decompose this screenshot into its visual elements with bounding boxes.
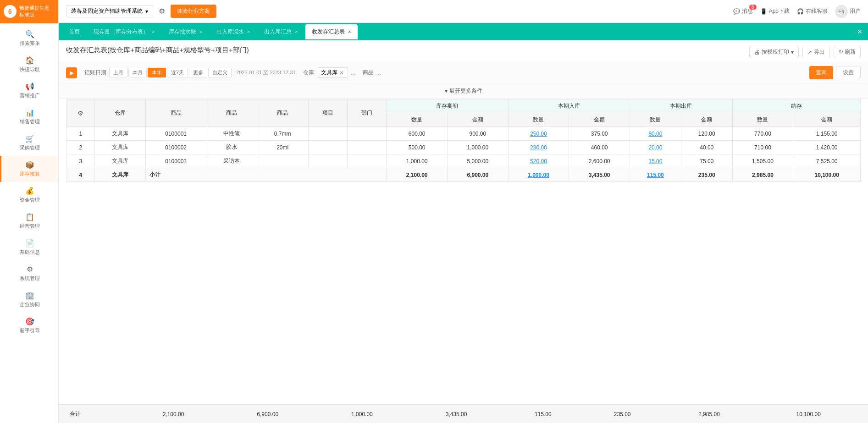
tab-batch-ledger[interactable]: 库存批次账✕	[162, 24, 209, 39]
th-settings[interactable]: ⚙	[66, 99, 95, 127]
cell-in-qty[interactable]: 1,000.00	[508, 168, 569, 182]
inventory-icon: 📦	[25, 160, 34, 169]
refresh-icon: ↻	[839, 49, 843, 55]
guide-icon: 🎯	[25, 317, 34, 326]
goods-filter-group: 商品 ...	[363, 69, 381, 77]
tab-inout-summary[interactable]: 出入库汇总✕	[258, 24, 304, 39]
gear-icon[interactable]: ⚙	[159, 7, 165, 16]
cell-seq: 1	[66, 127, 95, 141]
expand-conditions-btn[interactable]: ▾ 展开更多条件	[440, 85, 487, 97]
cell-goods-name: 中性笔	[206, 127, 257, 141]
table-subtotal-row: 4 文具库 小计 2,100.00 6,900.00 1,000.00 3,43…	[66, 168, 861, 182]
cell-in-amt: 460.00	[569, 141, 630, 154]
experience-btn[interactable]: 体验行业方案	[171, 5, 216, 18]
cell-out-qty[interactable]: 20.00	[630, 141, 681, 154]
sidebar-item-marketing[interactable]: 📢营销推广	[0, 77, 58, 104]
footer-in-qty: 1,000.00	[315, 408, 409, 420]
cell-open-qty: 2,100.00	[387, 168, 448, 182]
cell-out-amt: 75.00	[681, 154, 732, 168]
goods-ellipsis[interactable]: ...	[376, 70, 381, 76]
footer-out-qty: 115.00	[503, 408, 583, 420]
th-period-in: 本期入库	[508, 99, 630, 113]
expand-row: ▾ 展开更多条件	[59, 83, 868, 99]
export-btn[interactable]: ↗ 导出	[802, 46, 830, 58]
footer-bal-amt: 10,100.00	[756, 408, 861, 420]
filter-toggle-btn[interactable]: ▶	[66, 67, 77, 78]
cell-out-qty[interactable]: 15.00	[630, 154, 681, 168]
tab-label-inventory-dist: 现存量（库存分布表）	[94, 28, 149, 36]
warehouse-label: 仓库	[303, 69, 314, 77]
tab-label-home: 首页	[69, 28, 80, 36]
message-icon: 💬	[733, 8, 740, 15]
tab-inventory-dist[interactable]: 现存量（库存分布表）✕	[87, 24, 161, 39]
th-department: 部门	[347, 99, 386, 127]
print-btn[interactable]: 🖨 按模板打印 ▾	[749, 46, 799, 58]
messages-item[interactable]: 💬 消息 6	[733, 7, 753, 15]
cell-in-qty[interactable]: 520.00	[508, 154, 569, 168]
tab-close-batch-ledger[interactable]: ✕	[199, 29, 203, 34]
query-btn[interactable]: 查询	[809, 66, 833, 79]
tab-recv-send-summary[interactable]: 收发存汇总表✕	[305, 24, 358, 39]
tab-close-recv-send-summary[interactable]: ✕	[348, 29, 351, 34]
cell-out-qty[interactable]: 115.00	[630, 168, 681, 182]
page-content: 收发存汇总表(按仓库+商品编码+商品+规格型号+项目+部门) 🖨 按模板打印 ▾…	[59, 40, 868, 423]
tab-close-inout-flow[interactable]: ✕	[247, 29, 250, 34]
tab-close-inventory-dist[interactable]: ✕	[151, 29, 155, 34]
th-out-amt: 金额	[681, 113, 732, 127]
sidebar-item-system[interactable]: ⚙系统管理	[0, 260, 58, 286]
tab-home[interactable]: 首页	[62, 24, 86, 39]
footer-open-qty: 2,100.00	[126, 408, 221, 420]
warehouse-tag-close[interactable]: ✕	[339, 70, 344, 76]
sidebar-item-inventory[interactable]: 📦库存核算	[0, 156, 58, 182]
tab-label-inout-flow: 出入库流水	[216, 28, 244, 36]
online-service-item[interactable]: 🎧 在线客服	[797, 7, 828, 15]
th-goods-name: 商品	[206, 99, 257, 127]
chevron-down-icon: ▾	[145, 8, 148, 15]
sidebar-item-purchase[interactable]: 🛒采购管理	[0, 130, 58, 156]
cell-open-qty: 500.00	[387, 141, 448, 154]
date-btn-more[interactable]: 更多	[189, 68, 207, 77]
warehouse-ellipsis[interactable]: ...	[351, 70, 355, 76]
page-title: 收发存汇总表(按仓库+商品编码+商品+规格型号+项目+部门)	[66, 46, 249, 55]
cell-open-amt: 900.00	[447, 127, 508, 141]
date-range: 2023-01-01 至 2023-12-31	[236, 69, 296, 76]
date-btn-this-year[interactable]: 本年	[148, 68, 166, 77]
cell-out-qty[interactable]: 80.00	[630, 127, 681, 141]
sidebar-item-operations[interactable]: 📋经营管理	[0, 208, 58, 234]
refresh-btn[interactable]: ↻ 刷新	[834, 46, 861, 58]
cell-in-qty[interactable]: 250.00	[508, 127, 569, 141]
sidebar-item-quick-nav[interactable]: 🏠快捷导航	[0, 51, 58, 77]
tab-close-inout-summary[interactable]: ✕	[294, 29, 298, 34]
system-select[interactable]: 装备及固定资产辅助管理系统 ▾	[66, 5, 153, 17]
top-header: 装备及固定资产辅助管理系统 ▾ ⚙ 体验行业方案 💬 消息 6 📱 App下载 …	[59, 0, 868, 23]
date-btn-last-month[interactable]: 上月	[109, 68, 127, 77]
cell-goods-name: 采访本	[206, 154, 257, 168]
online-service-label: 在线客服	[806, 7, 828, 15]
sidebar-item-enterprise[interactable]: 🏢企业协同	[0, 286, 58, 313]
warehouse-tag[interactable]: 文具库 ✕	[317, 67, 348, 78]
date-btn-this-month[interactable]: 本月	[128, 68, 147, 77]
filter-action-btns: 查询 设置	[809, 66, 861, 79]
user-item[interactable]: Ea 用户	[835, 5, 861, 18]
th-goods-code: 商品	[145, 99, 206, 127]
th-goods-spec: 商品	[257, 99, 308, 127]
cell-in-qty[interactable]: 230.00	[508, 141, 569, 154]
cell-open-qty: 1,000.00	[387, 154, 448, 168]
cell-project	[308, 127, 347, 141]
cell-bal-amt: 10,100.00	[793, 168, 861, 182]
sidebar-item-search[interactable]: 🔍搜索菜单	[0, 25, 58, 51]
tab-bar-close-btn[interactable]: ✕	[855, 26, 864, 37]
filter-setting-btn[interactable]: 设置	[836, 66, 861, 79]
sidebar-item-finance[interactable]: 💰资金管理	[0, 182, 58, 208]
sidebar-item-guide[interactable]: 🎯新手引导	[0, 313, 58, 339]
date-btn-custom[interactable]: 自定义	[208, 68, 232, 77]
sidebar-item-basic-info[interactable]: 📄基础信息	[0, 234, 58, 260]
sidebar-item-sales[interactable]: 📊销售管理	[0, 104, 58, 130]
date-btn-7days[interactable]: 近7天	[167, 68, 188, 77]
tab-inout-flow[interactable]: 出入库流水✕	[210, 24, 257, 39]
finance-icon: 💰	[25, 187, 34, 195]
cell-out-amt: 40.00	[681, 141, 732, 154]
cell-open-qty: 600.00	[387, 127, 448, 141]
cell-out-amt: 120.00	[681, 127, 732, 141]
app-download-item[interactable]: 📱 App下载	[760, 7, 790, 15]
